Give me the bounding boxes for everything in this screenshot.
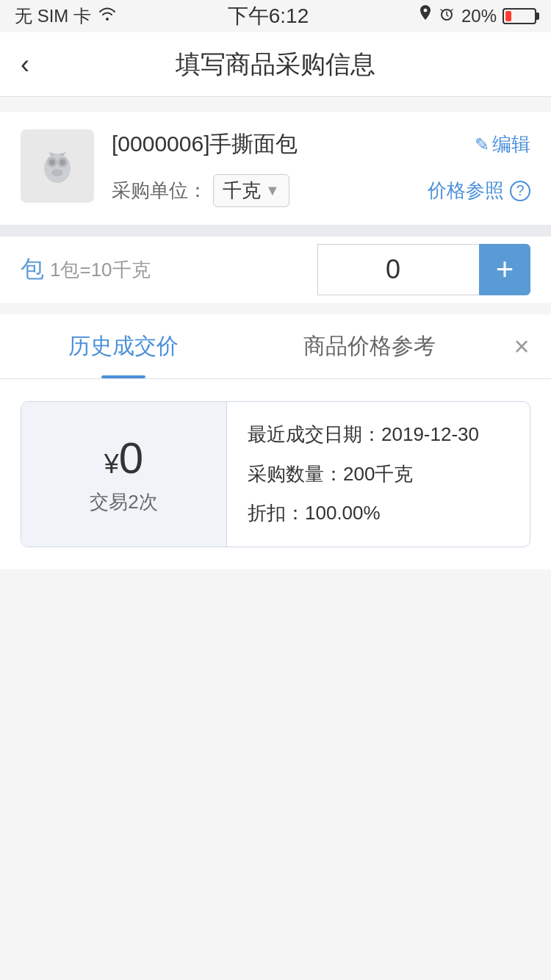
price-value: 0 [119, 433, 143, 483]
product-row: [0000006]手撕面包 ✎ 编辑 采购单位： 千克 ▼ 价格参照 ? [21, 129, 530, 207]
product-name: [0000006]手撕面包 [112, 129, 298, 159]
carrier-text: 无 SIM 卡 [15, 4, 91, 28]
help-icon: ? [510, 181, 530, 201]
bottom-panel: 历史成交价 商品价格参考 × ¥0 交易2次 最近成交日期：2019-12-30… [0, 314, 551, 569]
unit-value: 千克 [223, 178, 261, 203]
latest-date-label: 最近成交日期： [248, 423, 381, 445]
status-right: 20% [419, 5, 536, 27]
edit-button[interactable]: ✎ 编辑 [475, 131, 530, 157]
unit-select[interactable]: 千克 ▼ [213, 174, 289, 207]
bag-info: 包 1包=10千克 [21, 253, 151, 286]
tab-close-button[interactable]: × [492, 314, 551, 378]
price-card: ¥0 交易2次 最近成交日期：2019-12-30 采购数量：200千克 折扣：… [21, 401, 530, 547]
unit-row: 采购单位： 千克 ▼ 价格参照 ? [112, 174, 530, 207]
product-card: [0000006]手撕面包 ✎ 编辑 采购单位： 千克 ▼ 价格参照 ? [0, 112, 551, 225]
tab-history-price-label: 历史成交价 [68, 331, 179, 361]
status-time: 下午6:12 [228, 2, 309, 30]
product-info: [0000006]手撕面包 ✎ 编辑 采购单位： 千克 ▼ 价格参照 ? [112, 129, 530, 207]
price-reference-button[interactable]: 价格参照 ? [428, 178, 530, 203]
unit-dropdown-arrow: ▼ [265, 182, 280, 199]
battery-icon [503, 8, 536, 24]
quantity-input-wrap: + [317, 244, 530, 295]
price-card-right: 最近成交日期：2019-12-30 采购数量：200千克 折扣：100.00% [227, 402, 530, 547]
bag-unit-label: 1包=10千克 [50, 257, 151, 283]
status-bar: 无 SIM 卡 下午6:12 20% [0, 0, 551, 32]
purchase-qty-label: 采购数量： [248, 463, 343, 485]
bag-icon: 包 [21, 253, 44, 286]
latest-date-value: 2019-12-30 [381, 423, 479, 445]
location-icon [419, 5, 432, 27]
quantity-plus-button[interactable]: + [479, 244, 530, 295]
purchase-qty-value: 200千克 [343, 463, 413, 485]
quantity-row: 包 1包=10千克 + [0, 237, 551, 303]
price-card-section: ¥0 交易2次 最近成交日期：2019-12-30 采购数量：200千克 折扣：… [0, 379, 551, 569]
svg-point-6 [51, 169, 63, 176]
tab-history-price[interactable]: 历史成交价 [0, 314, 246, 378]
page-title: 填写商品采购信息 [176, 48, 375, 82]
purchase-qty-row: 采购数量：200千克 [248, 459, 509, 490]
tabs-row: 历史成交价 商品价格参考 × [0, 314, 551, 379]
status-left: 无 SIM 卡 [15, 4, 118, 28]
price-currency: ¥ [104, 449, 119, 479]
price-ref-label: 价格参照 [428, 178, 504, 203]
svg-point-1 [44, 154, 71, 183]
wifi-icon [97, 6, 118, 26]
product-thumbnail [21, 129, 94, 203]
discount-row: 折扣：100.00% [248, 498, 509, 529]
edit-icon: ✎ [475, 134, 489, 155]
unit-label: 采购单位： [112, 178, 207, 203]
tab-price-reference[interactable]: 商品价格参考 [246, 314, 492, 378]
price-amount: ¥0 [104, 433, 143, 483]
price-card-left: ¥0 交易2次 [21, 402, 227, 547]
product-header-row: [0000006]手撕面包 ✎ 编辑 [112, 129, 530, 159]
main-content-area [0, 569, 551, 980]
section-divider [0, 225, 551, 237]
svg-point-5 [60, 159, 65, 165]
alarm-icon [438, 5, 455, 27]
page-header: ‹ 填写商品采购信息 [0, 32, 551, 97]
battery-percent: 20% [461, 6, 497, 26]
svg-point-4 [49, 159, 55, 165]
discount-label: 折扣： [248, 502, 305, 524]
edit-label: 编辑 [492, 131, 530, 157]
tab-price-reference-label: 商品价格参考 [303, 331, 436, 361]
discount-value: 100.00% [305, 502, 381, 524]
quantity-input[interactable] [317, 244, 479, 295]
back-button[interactable]: ‹ [21, 49, 29, 80]
price-times: 交易2次 [90, 489, 157, 515]
latest-date-row: 最近成交日期：2019-12-30 [248, 419, 509, 450]
